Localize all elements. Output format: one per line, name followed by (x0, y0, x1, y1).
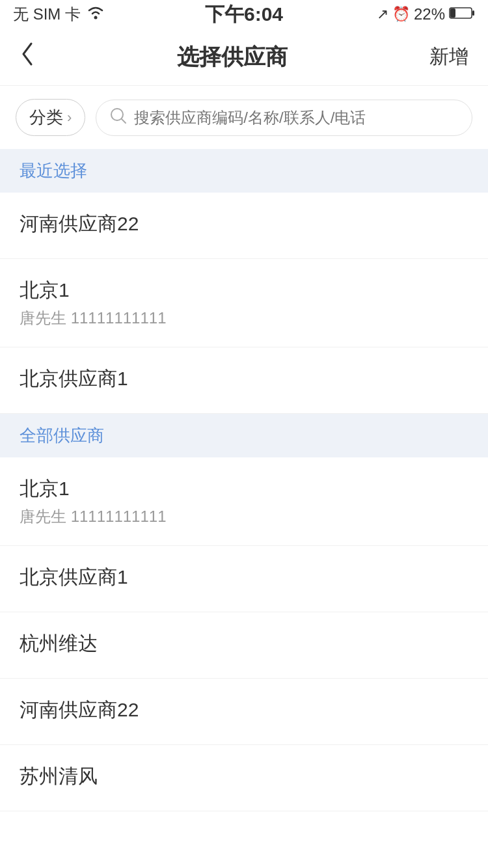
search-input[interactable] (134, 109, 459, 127)
category-label: 分类 (29, 106, 63, 129)
item-name: 苏州清风 (20, 763, 468, 790)
svg-rect-2 (472, 10, 474, 16)
list-item[interactable]: 苏州清风 (0, 745, 488, 811)
nav-bar: 选择供应商 新增 (0, 29, 488, 86)
list-item[interactable]: 河南供应商22 (0, 193, 488, 259)
status-right: ↗ ⏰ 22% (377, 5, 475, 23)
item-sub: 唐先生 11111111111 (20, 506, 468, 527)
search-box (96, 100, 472, 136)
list-item[interactable]: 北京供应商1 (0, 347, 488, 414)
item-name: 北京1 (20, 476, 468, 502)
item-name: 北京供应商1 (20, 366, 468, 392)
page-title: 选择供应商 (177, 42, 288, 72)
list-item[interactable]: 北京1唐先生 11111111111 (0, 259, 488, 347)
status-time: 下午6:04 (205, 1, 283, 28)
chevron-right-icon: › (67, 109, 72, 126)
recent-section-label: 最近选择 (20, 161, 87, 180)
all-list: 北京1唐先生 11111111111北京供应商1杭州维达河南供应商22苏州清风 (0, 457, 488, 811)
list-item[interactable]: 北京供应商1 (0, 546, 488, 612)
recent-section-header: 最近选择 (0, 149, 488, 193)
alarm-icon: ⏰ (392, 6, 410, 23)
carrier-text: 无 SIM 卡 (13, 4, 81, 25)
location-icon: ↗ (377, 6, 388, 23)
item-name: 北京1 (20, 277, 468, 304)
status-left: 无 SIM 卡 (13, 4, 105, 25)
list-item[interactable]: 河南供应商22 (0, 679, 488, 745)
back-button[interactable] (13, 34, 42, 79)
item-name: 杭州维达 (20, 631, 468, 657)
filter-bar: 分类 › (0, 86, 488, 149)
item-sub: 唐先生 11111111111 (20, 308, 468, 329)
battery-text: 22% (414, 5, 445, 23)
list-item[interactable]: 北京1唐先生 11111111111 (0, 457, 488, 546)
item-name: 北京供应商1 (20, 564, 468, 591)
category-button[interactable]: 分类 › (16, 99, 85, 136)
wifi-icon (86, 5, 105, 23)
svg-point-0 (94, 16, 98, 20)
all-section-label: 全部供应商 (20, 426, 104, 445)
item-name: 河南供应商22 (20, 697, 468, 724)
svg-rect-3 (450, 8, 455, 18)
status-bar: 无 SIM 卡 下午6:04 ↗ ⏰ 22% (0, 0, 488, 29)
all-section-header: 全部供应商 (0, 414, 488, 457)
list-item[interactable]: 杭州维达 (0, 612, 488, 679)
search-icon (109, 107, 128, 129)
battery-icon (449, 5, 475, 23)
add-button[interactable]: 新增 (429, 44, 468, 70)
recent-list: 河南供应商22北京1唐先生 11111111111北京供应商1 (0, 193, 488, 414)
item-name: 河南供应商22 (20, 211, 468, 237)
